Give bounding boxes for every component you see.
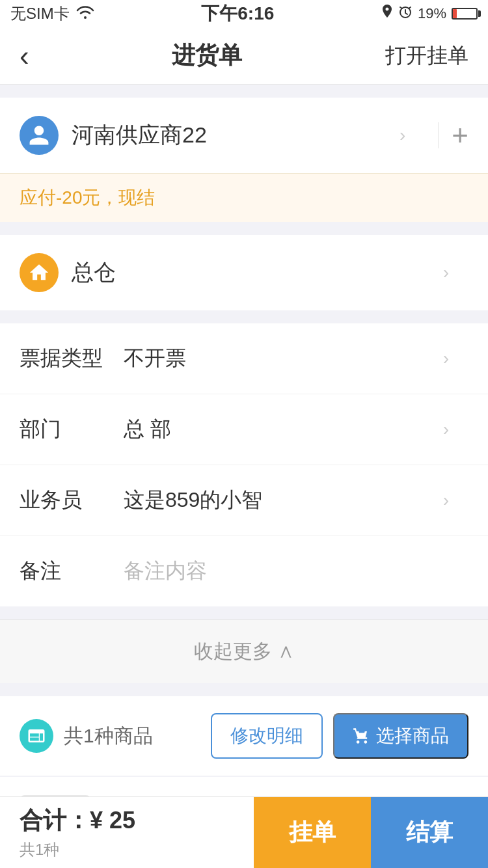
warehouse-row[interactable]: 总仓 › [0,235,488,310]
bottom-bar: 合计：¥ 25 共1种 挂单 结算 [0,796,488,868]
collapse-label: 收起更多 ∧ [194,640,293,662]
department-label: 部门 [20,415,124,444]
select-product-label: 选择商品 [376,724,449,748]
form-section: 票据类型 不开票 › 部门 总 部 › 业务员 这是859的小智 › 备注 备注… [0,323,488,606]
salesman-value: 这是859的小智 [124,486,443,515]
status-bar: 无SIM卡 下午6:16 19% [0,0,488,27]
products-icon [20,719,53,753]
ticket-type-value: 不开票 [124,344,443,373]
carrier-label: 无SIM卡 [10,3,70,24]
warehouse-chevron: › [443,262,449,283]
products-header: 共1种商品 修改明细 选择商品 [0,696,488,776]
warehouse-icon [20,253,59,292]
salesman-label: 业务员 [20,486,124,515]
notice-text: 应付-20元，现结 [20,187,155,208]
notice-bar: 应付-20元，现结 [0,173,488,222]
alarm-icon [398,5,413,23]
status-time: 下午6:16 [201,1,274,26]
warehouse-section: 总仓 › [0,235,488,310]
total-value: ¥ 25 [90,807,135,834]
status-right: 19% [381,5,478,23]
salesman-chevron: › [443,490,449,511]
open-pending-button[interactable]: 打开挂单 [385,42,468,70]
remark-label: 备注 [20,557,124,586]
remark-row[interactable]: 备注 备注内容 [0,536,488,606]
department-chevron: › [443,419,449,440]
products-count: 共1种商品 [64,723,211,750]
remark-input[interactable]: 备注内容 [124,557,468,586]
status-left: 无SIM卡 [10,3,94,24]
wifi-icon [76,5,94,23]
department-row[interactable]: 部门 总 部 › [0,394,488,465]
checkout-button[interactable]: 结算 [371,797,488,868]
total-area: 合计：¥ 25 共1种 [0,797,254,868]
supplier-section: 河南供应商22 › + 应付-20元，现结 [0,98,488,222]
page-title: 进货单 [172,40,242,72]
add-button[interactable]: + [452,119,468,152]
supplier-name: 河南供应商22 [72,120,400,150]
ticket-type-chevron: › [443,348,449,369]
total-count: 共1种 [20,839,234,860]
supplier-row[interactable]: 河南供应商22 › + [0,98,488,173]
collapse-bar[interactable]: 收起更多 ∧ [0,619,488,683]
select-product-button[interactable]: 选择商品 [333,713,468,759]
supplier-chevron: › [400,125,405,146]
battery-icon [452,8,478,20]
divider [438,122,439,148]
ticket-type-row[interactable]: 票据类型 不开票 › [0,323,488,394]
ticket-type-label: 票据类型 [20,344,124,373]
supplier-avatar [20,116,59,155]
location-icon [381,5,393,23]
department-value: 总 部 [124,415,443,444]
battery-percent: 19% [418,5,446,22]
edit-detail-button[interactable]: 修改明细 [211,713,323,759]
back-button[interactable]: ‹ [20,40,29,72]
nav-bar: ‹ 进货单 打开挂单 [0,27,488,85]
warehouse-name: 总仓 [72,258,443,288]
total-amount: 合计：¥ 25 [20,805,234,837]
total-label: 合计： [20,807,90,834]
salesman-row[interactable]: 业务员 这是859的小智 › [0,465,488,536]
cart-icon [353,727,371,745]
hang-button[interactable]: 挂单 [254,797,371,868]
